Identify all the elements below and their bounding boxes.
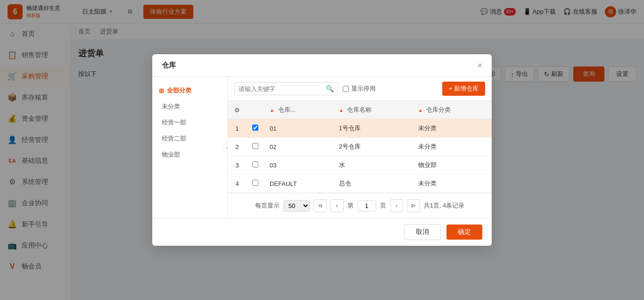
modal-body: ⊞ 全部分类 未分类 经营一部 经营二部 物业部 « 🔍 [152,77,492,218]
category-panel: ⊞ 全部分类 未分类 经营一部 经营二部 物业部 « [152,77,228,218]
td-category: 未分类 [413,175,492,193]
td-checkbox[interactable] [247,175,264,193]
table-toolbar: 🔍 显示停用 + 新增仓库 [228,77,492,101]
td-code: 01 [264,119,333,138]
td-name: 1号仓库 [333,119,413,138]
page-number-input[interactable] [357,200,376,211]
category-item-operations2[interactable]: 经营二部 [152,131,227,147]
confirm-button[interactable]: 确定 [446,225,482,240]
page-next-button[interactable]: › [390,199,403,212]
table-header-row: ⚙ ▲ 仓库... ▲ 仓库名称 [228,101,492,119]
row-checkbox[interactable] [252,161,258,167]
table-panel: 🔍 显示停用 + 新增仓库 ⚙ [228,77,492,218]
warehouses-table: ⚙ ▲ 仓库... ▲ 仓库名称 [228,101,492,193]
page-last-button[interactable]: ⊳ [407,199,420,212]
sort-icon-name: ▲ [339,108,344,113]
sort-icon-category: ▲ [418,108,423,113]
table-row[interactable]: 2 02 2号仓库 未分类 [228,138,492,156]
td-checkbox[interactable] [247,156,264,175]
th-name[interactable]: ▲ 仓库名称 [333,101,413,119]
grid-icon: ⊞ [159,87,164,94]
search-input[interactable] [239,85,323,92]
table-row[interactable]: 3 03 水 物业部 [228,156,492,175]
th-category[interactable]: ▲ 仓库分类 [413,101,492,119]
row-checkbox[interactable] [252,125,258,131]
warehouse-modal: 仓库 × ⊞ 全部分类 未分类 经营一部 经营二部 物业部 « [152,54,492,246]
show-disabled-checkbox-label[interactable]: 显示停用 [343,84,376,93]
td-checkbox[interactable] [247,138,264,156]
td-num: 4 [228,175,247,193]
sort-icon: ▲ [270,108,274,113]
td-num: 3 [228,156,247,175]
modal-close-button[interactable]: × [477,61,482,70]
td-code: DEFAULT [264,175,333,193]
td-name: 2号仓库 [333,138,413,156]
category-item-unclassified[interactable]: 未分类 [152,99,227,115]
td-category: 未分类 [413,119,492,138]
row-checkbox[interactable] [252,180,258,186]
page-prev-button[interactable]: ‹ [330,199,344,212]
modal-overlay: 仓库 × ⊞ 全部分类 未分类 经营一部 经营二部 物业部 « [0,0,644,300]
category-item-operations1[interactable]: 经营一部 [152,115,227,131]
pagination: 每页显示 50 100 ⊲ ‹ 第 页 › ⊳ 共1页, 4条记录 [228,193,492,218]
th-gear[interactable]: ⚙ [228,101,247,119]
row-checkbox[interactable] [252,143,258,149]
modal-title: 仓库 [162,61,176,70]
td-name: 总仓 [333,175,413,193]
td-category: 未分类 [413,138,492,156]
modal-footer: 取消 确定 [152,218,492,246]
th-code[interactable]: ▲ 仓库... [264,101,333,119]
category-item-property[interactable]: 物业部 [152,147,227,163]
td-num: 2 [228,138,247,156]
all-categories-header[interactable]: ⊞ 全部分类 [152,83,227,99]
td-code: 02 [264,138,333,156]
search-icon: 🔍 [326,85,334,92]
td-name: 水 [333,156,413,175]
page-size-select[interactable]: 50 100 [283,200,310,212]
th-checkbox [247,101,264,119]
td-checkbox[interactable] [247,119,264,138]
td-num: 1 [228,119,247,138]
cancel-button[interactable]: 取消 [404,224,441,240]
search-box: 🔍 [234,82,338,95]
modal-header: 仓库 × [152,54,492,77]
td-code: 03 [264,156,333,175]
td-category: 物业部 [413,156,492,175]
table-row[interactable]: 1 01 1号仓库 未分类 [228,119,492,138]
table-row[interactable]: 4 DEFAULT 总仓 未分类 [228,175,492,193]
show-disabled-checkbox[interactable] [343,86,349,92]
warehouse-table: ⚙ ▲ 仓库... ▲ 仓库名称 [228,101,492,193]
page-first-button[interactable]: ⊲ [314,199,327,212]
add-warehouse-button[interactable]: + 新增仓库 [442,82,485,96]
